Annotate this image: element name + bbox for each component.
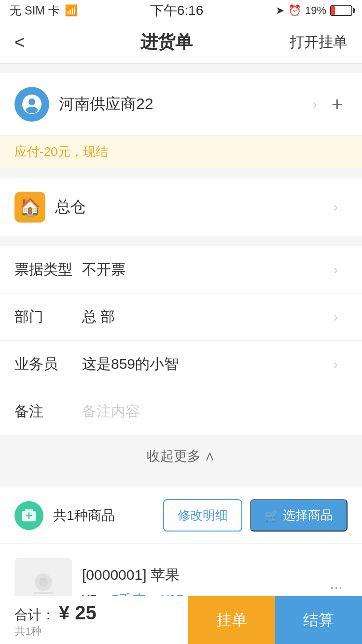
supplier-name: 河南供应商22 [59,94,312,115]
section-divider-1 [0,168,362,178]
collapse-button[interactable]: 收起更多 ∧ [0,435,362,477]
remark-row[interactable]: 备注 备注内容 [0,388,362,435]
invoice-value: 不开票 [72,260,334,280]
notice-bar: 应付-20元，现结 [0,136,362,168]
warehouse-row[interactable]: 🏠 总仓 › [0,178,362,236]
open-pending-button[interactable]: 打开挂单 [290,32,348,52]
status-bar: 无 SIM 卡 📶 下午6:16 ➤ ⏰ 19% [0,0,362,21]
form-section: 票据类型 不开票 › 部门 总 部 › 业务员 这是859的小智 › 备注 备注… [0,246,362,435]
section-divider-3 [0,477,362,487]
products-header: 共1种商品 修改明细 🛒 选择商品 [0,488,362,544]
cart-icon: 🛒 [265,509,279,522]
wifi-icon: 📶 [65,4,78,17]
edit-detail-button[interactable]: 修改明细 [163,499,242,532]
total-area: 合计： ¥ 25 共1种 [0,602,188,639]
bottom-bar: 合计： ¥ 25 共1种 挂单 结算 [0,596,362,644]
battery-percent: 19% [305,4,326,17]
back-button[interactable]: < [14,32,43,53]
status-left: 无 SIM 卡 📶 [10,3,78,18]
checkout-button[interactable]: 结算 [275,596,362,644]
supplier-section: 河南供应商22 › + 应付-20元，现结 [0,73,362,168]
svg-point-0 [28,98,35,105]
invoice-chevron: › [334,262,338,278]
department-label: 部门 [14,307,72,327]
supplier-chevron: › [312,97,317,112]
alarm-icon: ⏰ [288,4,301,17]
salesman-chevron: › [334,357,338,372]
battery-icon [330,5,352,16]
salesman-label: 业务员 [14,354,72,374]
total-count: 共1种 [14,624,174,639]
svg-point-1 [26,107,38,113]
supplier-row[interactable]: 河南供应商22 › + [0,73,362,136]
hang-button[interactable]: 挂单 [188,596,275,644]
nav-bar: < 进货单 打开挂单 [0,21,362,64]
department-row[interactable]: 部门 总 部 › [0,294,362,341]
invoice-label: 票据类型 [14,260,72,280]
svg-text:鲁: 鲁 [39,577,48,587]
product-name: [0000001] 苹果 [82,565,315,585]
products-count: 共1种商品 [53,506,163,525]
page-title: 进货单 [140,30,193,54]
salesman-value: 这是859的小智 [72,354,334,374]
department-chevron: › [334,309,338,325]
supplier-avatar [14,87,49,122]
remark-label: 备注 [14,402,72,421]
section-divider-2 [0,236,362,246]
warehouse-name: 总仓 [55,196,334,218]
select-product-button[interactable]: 🛒 选择商品 [250,499,348,532]
carrier-text: 无 SIM 卡 [10,3,60,18]
avatar-icon [22,95,42,114]
location-icon: ➤ [276,4,284,17]
total-label: 合计： [14,607,55,622]
remark-input[interactable]: 备注内容 [72,402,348,421]
warehouse-chevron: › [334,199,338,215]
top-divider [0,64,362,73]
products-icon [14,501,43,530]
add-button[interactable]: + [327,94,348,115]
warehouse-icon: 🏠 [14,192,45,223]
status-right: ➤ ⏰ 19% [276,4,352,17]
warehouse-section: 🏠 总仓 › [0,178,362,236]
svg-rect-6 [34,592,53,594]
total-amount: ¥ 25 [59,602,97,623]
total-line: 合计： ¥ 25 [14,602,174,624]
salesman-row[interactable]: 业务员 这是859的小智 › [0,341,362,388]
invoice-row[interactable]: 票据类型 不开票 › [0,246,362,294]
status-time: 下午6:16 [150,1,204,20]
department-value: 总 部 [72,307,334,327]
